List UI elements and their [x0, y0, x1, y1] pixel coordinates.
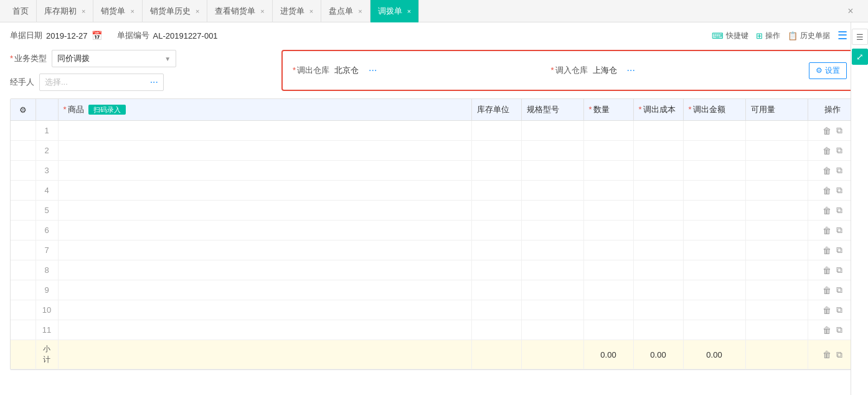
row7-copy-icon[interactable]: ⧉: [836, 245, 842, 255]
tab-home[interactable]: 首页: [5, 0, 37, 22]
row4-delete-icon[interactable]: 🗑: [823, 186, 831, 196]
row2-num: 2: [35, 141, 58, 161]
header-actions: ⌨ 快捷键 ⊞ 操作 📋 历史单据 ☰ ⊞: [712, 29, 858, 42]
row10-copy-icon[interactable]: ⧉: [836, 305, 842, 315]
row4-copy-icon[interactable]: ⧉: [836, 185, 842, 196]
handler-placeholder: 选择...: [45, 77, 68, 88]
table-row: 9 🗑⧉: [11, 280, 857, 300]
tab-sales-order[interactable]: 销货单 ×: [93, 0, 142, 22]
tab-view-sales[interactable]: 查看销货单 ×: [207, 0, 272, 22]
business-type-arrow: ▼: [164, 55, 171, 62]
row6-copy-icon[interactable]: ⧉: [836, 225, 842, 236]
tab-sales-history-label: 销货单历史: [150, 6, 191, 17]
warehouse-out-more[interactable]: ···: [369, 65, 377, 76]
row2-delete-icon[interactable]: 🗑: [823, 146, 831, 156]
row3-actions: 🗑⧉: [808, 161, 857, 181]
row3-qty[interactable]: [583, 161, 633, 181]
row1-product[interactable]: [58, 121, 471, 141]
form-section: *业务类型 同价调拨 ▼ 经手人 选择... ··· *调出仓: [10, 50, 858, 91]
row1-copy-icon[interactable]: ⧉: [836, 125, 842, 136]
row2-cost[interactable]: [633, 141, 683, 161]
business-type-select[interactable]: 同价调拨 ▼: [52, 50, 176, 67]
table-row: 11 🗑⧉: [11, 320, 857, 340]
row11-copy-icon[interactable]: ⧉: [836, 325, 842, 335]
table-body: 1 🗑⧉ 2: [11, 121, 857, 369]
tab-purchase[interactable]: 进货单 ×: [273, 0, 321, 22]
tab-purchase-close[interactable]: ×: [309, 7, 313, 15]
tab-sales-history[interactable]: 销货单历史 ×: [143, 0, 207, 22]
row1-cost[interactable]: [633, 121, 683, 141]
row3-copy-icon[interactable]: ⧉: [836, 165, 842, 176]
row5-delete-icon[interactable]: 🗑: [823, 206, 831, 216]
row2-available: [745, 141, 808, 161]
row8-copy-icon[interactable]: ⧉: [836, 265, 842, 275]
row2-product[interactable]: [58, 141, 471, 161]
table-row: 2 🗑⧉: [11, 141, 857, 161]
window-close-button[interactable]: ×: [843, 4, 858, 19]
tab-inventory[interactable]: 盘点单 ×: [321, 0, 370, 22]
row1-delete-icon[interactable]: 🗑: [823, 126, 831, 136]
handler-row: 经手人 选择... ···: [10, 74, 271, 91]
settings-label: 设置: [825, 65, 840, 76]
row8-delete-icon[interactable]: 🗑: [823, 265, 831, 275]
tab-sales-order-close[interactable]: ×: [130, 7, 134, 15]
subtotal-cost: 0.00: [633, 340, 683, 369]
warehouse-in-value: 上海仓: [593, 65, 617, 76]
col-header-gear[interactable]: ⚙: [11, 99, 35, 121]
tab-transfer[interactable]: 调拨单 ×: [370, 0, 419, 22]
row1-spec: [521, 121, 583, 141]
row1-amount[interactable]: [683, 121, 745, 141]
col-header-num: [35, 99, 58, 121]
row9-copy-icon[interactable]: ⧉: [836, 285, 842, 295]
warehouse-in-more[interactable]: ···: [627, 65, 635, 76]
settings-button[interactable]: ⚙ 设置: [809, 62, 847, 79]
tab-sales-history-close[interactable]: ×: [196, 7, 199, 15]
handler-label: 经手人: [10, 77, 34, 88]
row3-delete-icon[interactable]: 🗑: [823, 166, 831, 176]
history-icon: 📋: [788, 31, 798, 40]
layout-list-icon[interactable]: ☰: [837, 29, 847, 42]
tab-inventory-close[interactable]: ×: [358, 7, 362, 15]
subtotal-amount: 0.00: [683, 340, 745, 369]
scan-button[interactable]: 扫码录入: [88, 105, 126, 115]
subtotal-label: 小计: [35, 340, 58, 369]
sidebar-expand-button[interactable]: ⤢: [852, 49, 868, 65]
subtotal-copy-icon[interactable]: ⧉: [836, 350, 842, 360]
warehouse-in-label: *调入仓库: [551, 65, 588, 76]
table-row: 8 🗑⧉: [11, 260, 857, 280]
doc-number-label: 单据编号: [117, 30, 149, 41]
row3-product[interactable]: [58, 161, 471, 181]
warehouse-out-label: *调出仓库: [293, 65, 329, 76]
sidebar-list-button[interactable]: ☰: [852, 29, 868, 45]
shortcut-button[interactable]: ⌨ 快捷键: [712, 31, 748, 41]
history-button[interactable]: 📋 历史单据: [788, 31, 830, 41]
tab-stock-init-label: 库存期初: [44, 6, 77, 17]
business-type-label: *业务类型: [10, 53, 47, 64]
tab-stock-init-close[interactable]: ×: [82, 7, 85, 15]
handler-more-icon[interactable]: ···: [150, 77, 158, 88]
row10-delete-icon[interactable]: 🗑: [823, 305, 831, 315]
col-header-qty: *数量: [583, 99, 633, 121]
table-row: 4 🗑⧉: [11, 181, 857, 201]
operation-button[interactable]: ⊞ 操作: [756, 31, 780, 41]
row2-amount[interactable]: [683, 141, 745, 161]
subtotal-delete-icon[interactable]: 🗑: [823, 350, 831, 359]
row2-qty[interactable]: [583, 141, 633, 161]
tab-view-sales-close[interactable]: ×: [260, 7, 264, 15]
row11-delete-icon[interactable]: 🗑: [823, 325, 831, 335]
row1-available: [745, 121, 808, 141]
row6-delete-icon[interactable]: 🗑: [823, 226, 831, 236]
doc-number-value: AL-20191227-001: [153, 31, 218, 40]
row3-amount[interactable]: [683, 161, 745, 181]
tab-transfer-close[interactable]: ×: [407, 7, 411, 15]
handler-select[interactable]: 选择... ···: [39, 74, 164, 91]
row9-delete-icon[interactable]: 🗑: [823, 285, 831, 295]
row7-delete-icon[interactable]: 🗑: [823, 245, 831, 255]
row3-cost[interactable]: [633, 161, 683, 181]
row1-qty[interactable]: [583, 121, 633, 141]
shortcut-icon: ⌨: [712, 31, 724, 40]
row2-copy-icon[interactable]: ⧉: [836, 145, 842, 156]
tab-stock-init[interactable]: 库存期初 ×: [37, 0, 93, 22]
calendar-icon[interactable]: 📅: [92, 31, 102, 40]
row5-copy-icon[interactable]: ⧉: [836, 205, 842, 216]
